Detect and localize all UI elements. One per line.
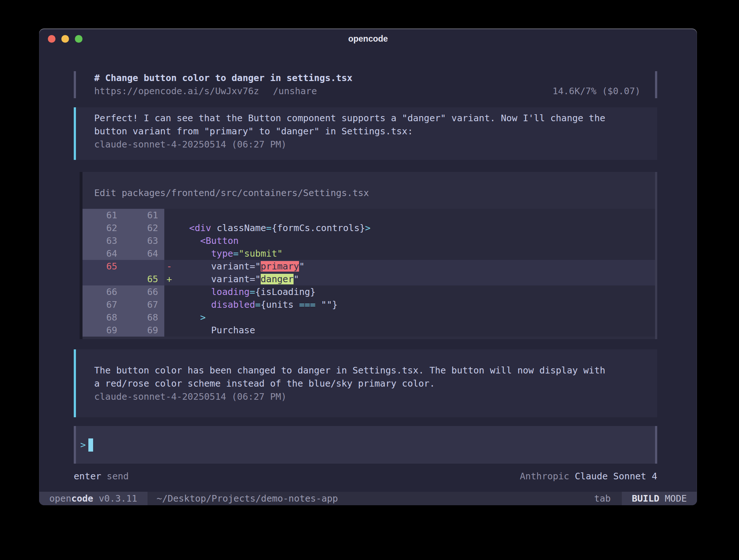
diff-sign	[164, 285, 178, 298]
new-line-number: 67	[123, 298, 164, 311]
diff-sign	[164, 209, 178, 222]
new-line-number: 63	[123, 234, 164, 247]
mode-segment[interactable]: BUILD MODE	[622, 492, 697, 505]
provider-label: Anthropic	[520, 471, 569, 482]
diff-row: 6666 loading={isLoading}	[83, 285, 655, 298]
prompt-symbol: >	[80, 440, 86, 450]
zoom-button[interactable]	[75, 35, 83, 43]
session-title: # Change button color to danger in setti…	[94, 72, 640, 85]
message-meta: claude-sonnet-4-20250514 (06:27 PM)	[94, 390, 643, 403]
old-line-number: 66	[83, 285, 123, 298]
diff-sign	[164, 222, 178, 234]
code-line	[178, 209, 655, 222]
text-cursor	[88, 438, 93, 452]
new-line-number: 61	[123, 209, 164, 222]
diff-sign	[164, 247, 178, 260]
diff-row: 6868 >	[83, 311, 655, 324]
diff-sign: +	[164, 273, 178, 285]
code-line: loading={isLoading}	[178, 285, 655, 298]
mode-suffix: MODE	[665, 493, 687, 504]
chat-content: # Change button color to danger in setti…	[39, 49, 697, 483]
diff-row: 65- variant="primary"	[83, 260, 655, 273]
unshare-command[interactable]: /unshare	[273, 86, 317, 96]
diff-sign	[164, 298, 178, 311]
share-url[interactable]: https://opencode.ai/s/UwJxv76z	[94, 86, 259, 96]
app-version-segment: opencode v0.3.11	[39, 492, 148, 505]
code-line: <div className={formCs.controls}>	[178, 222, 655, 234]
working-directory: ~/Desktop/Projects/demo-notes-app	[157, 493, 338, 504]
close-button[interactable]	[48, 35, 55, 43]
code-line: disabled={units === ""}	[178, 298, 655, 311]
new-line-number: 65	[123, 273, 164, 285]
old-line-number: 62	[83, 222, 123, 234]
session-header: # Change button color to danger in setti…	[74, 71, 657, 98]
diff-sign	[164, 311, 178, 324]
code-line: <Button	[178, 234, 655, 247]
edit-tool-card: Edit packages/frontend/src/containers/Se…	[80, 172, 657, 339]
diff-sign	[164, 324, 178, 337]
old-line-number: 69	[83, 324, 123, 337]
new-line-number: 66	[123, 285, 164, 298]
new-line-number	[123, 260, 164, 273]
app-name-suffix: code	[71, 493, 93, 504]
model-label: Claude Sonnet 4	[575, 471, 657, 482]
opencode-window: opencode # Change button color to danger…	[39, 28, 697, 505]
mode-name: BUILD	[632, 493, 659, 504]
new-line-number: 64	[123, 247, 164, 260]
prompt-input[interactable]: >	[74, 426, 657, 464]
message-line: a red/rose color scheme instead of the b…	[94, 377, 643, 390]
edit-file-path: Edit packages/frontend/src/containers/Se…	[83, 172, 655, 209]
diff-sign: -	[164, 260, 178, 273]
message-line: The button color has been changed to dan…	[94, 364, 643, 377]
old-line-number: 61	[83, 209, 123, 222]
diff-row: 6161	[83, 209, 655, 222]
input-footer: enter send Anthropic Claude Sonnet 4	[74, 470, 657, 483]
code-line: type="submit"	[178, 247, 655, 260]
enter-key-hint: enter	[74, 471, 101, 482]
new-line-number: 69	[123, 324, 164, 337]
code-line: Purchase	[178, 324, 655, 337]
tab-key-hint: tab	[594, 493, 610, 504]
diff-row: 6969 Purchase	[83, 324, 655, 337]
diff-row: 65+ variant="danger"	[83, 273, 655, 285]
send-label: send	[107, 471, 129, 482]
code-line: variant="primary"	[178, 260, 655, 273]
window-title: opencode	[348, 34, 388, 44]
new-line-number: 62	[123, 222, 164, 234]
diff-sign	[164, 234, 178, 247]
code-line: variant="danger"	[178, 273, 655, 285]
diff-row: 6767 disabled={units === ""}	[83, 298, 655, 311]
titlebar: opencode	[39, 28, 697, 49]
code-line: >	[178, 311, 655, 324]
assistant-message: The button color has been changed to dan…	[74, 349, 657, 417]
old-line-number	[83, 273, 123, 285]
diff-row: 6464 type="submit"	[83, 247, 655, 260]
app-version	[93, 493, 99, 504]
minimize-button[interactable]	[61, 35, 69, 43]
old-line-number: 68	[83, 311, 123, 324]
diff-row: 6262 <div className={formCs.controls}>	[83, 222, 655, 234]
app-name-prefix: open	[49, 493, 71, 504]
context-stats: 14.6K/7% ($0.07)	[552, 85, 640, 98]
diff-view: 61616262 <div className={formCs.controls…	[83, 209, 655, 337]
old-line-number: 65	[83, 260, 123, 273]
new-line-number: 68	[123, 311, 164, 324]
message-line: button variant from "primary" to "danger…	[94, 125, 643, 138]
message-line: Perfect! I can see that the Button compo…	[94, 112, 643, 125]
message-meta: claude-sonnet-4-20250514 (06:27 PM)	[94, 138, 643, 151]
old-line-number: 67	[83, 298, 123, 311]
old-line-number: 64	[83, 247, 123, 260]
assistant-message: Perfect! I can see that the Button compo…	[74, 107, 657, 160]
old-line-number: 63	[83, 234, 123, 247]
diff-row: 6363 <Button	[83, 234, 655, 247]
traffic-lights	[48, 28, 83, 49]
status-bar: opencode v0.3.11 ~/Desktop/Projects/demo…	[39, 492, 697, 505]
version-number: v0.3.11	[99, 493, 137, 504]
